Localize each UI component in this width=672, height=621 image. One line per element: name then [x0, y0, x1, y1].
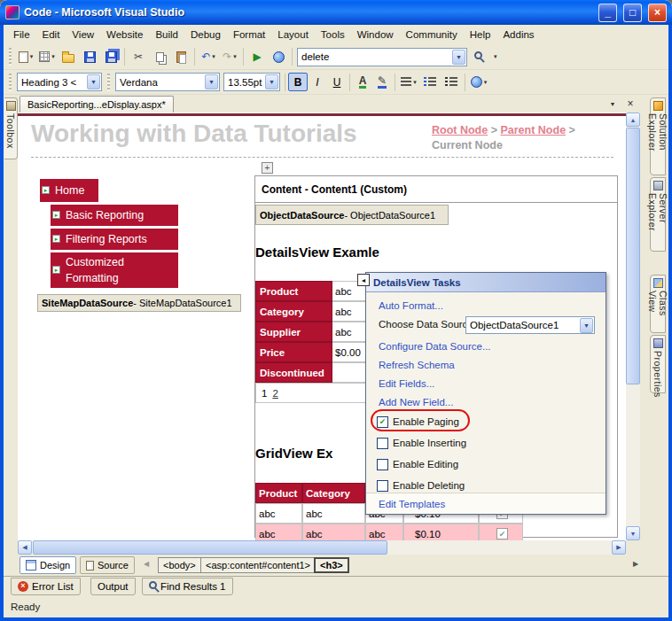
close-button[interactable]: × — [648, 4, 667, 22]
bold-button[interactable]: B — [288, 73, 308, 91]
toolbar-grip[interactable] — [9, 48, 12, 66]
italic-button[interactable]: I — [308, 73, 327, 91]
menu-layout[interactable]: Layout — [271, 27, 315, 43]
menu-view[interactable]: View — [66, 27, 100, 43]
tab-close-icon[interactable]: × — [624, 97, 637, 110]
css-style-button[interactable]: ▾ — [468, 72, 489, 93]
find-button[interactable] — [469, 46, 490, 67]
toolbar-overflow-icon[interactable]: ▾ — [494, 53, 497, 60]
combo-arrow-icon[interactable]: ▼ — [580, 318, 593, 333]
underline-button[interactable]: U — [327, 73, 347, 91]
properties-tab[interactable]: Properties — [650, 335, 666, 393]
tab-scroll-down-icon[interactable]: ▼ — [606, 97, 619, 110]
design-surface[interactable]: Working with Data Tutorials Root Node > … — [18, 113, 626, 540]
open-file-button[interactable] — [58, 46, 79, 67]
copy-button[interactable] — [149, 46, 170, 67]
combo-arrow-icon[interactable]: ▼ — [205, 74, 218, 89]
menu-tools[interactable]: Tools — [315, 27, 351, 43]
style-combo[interactable]: Heading 3 < ▼ — [17, 73, 102, 91]
paste-button[interactable] — [170, 46, 191, 67]
source-view-tab[interactable]: Source — [80, 556, 135, 574]
tasks-panel-header[interactable]: DetailsView Tasks — [366, 273, 606, 292]
edit-fields-link[interactable]: Edit Fields... — [379, 378, 434, 389]
sitemapdatasource-control[interactable]: SiteMapDataSource - SiteMapDataSource1 — [37, 294, 241, 312]
class-view-tab[interactable]: Class View — [650, 275, 666, 333]
nav-item-basic-reporting[interactable]: ▸ Basic Reporting — [51, 205, 178, 226]
redo-button[interactable]: ↷▾ — [219, 46, 240, 67]
nav-item-filtering-reports[interactable]: ▸ Filtering Reports — [51, 229, 178, 250]
tag-h3[interactable]: <h3> — [314, 557, 349, 573]
edit-templates-link[interactable]: Edit Templates — [379, 499, 445, 509]
font-color-button[interactable]: A — [353, 73, 372, 91]
design-view-tab[interactable]: Design — [20, 556, 76, 574]
search-combo[interactable]: ▼ — [297, 48, 467, 66]
error-list-tab[interactable]: Error List — [11, 578, 81, 595]
toolbar-grip[interactable] — [107, 74, 110, 91]
align-button[interactable]: ▾ — [398, 72, 419, 93]
auto-format-link[interactable]: Auto Format... — [379, 300, 443, 311]
combo-arrow-icon[interactable]: ▼ — [87, 74, 100, 89]
horizontal-scroll-thumb[interactable] — [33, 540, 387, 555]
scroll-down-icon[interactable]: ▼ — [626, 526, 640, 540]
refresh-schema-link[interactable]: Refresh Schema — [379, 360, 455, 370]
combo-arrow-icon[interactable]: ▼ — [265, 74, 278, 89]
tag-asp-content[interactable]: <asp:content#content1> — [200, 557, 316, 573]
menu-edit[interactable]: Edit — [36, 27, 66, 43]
tag-body[interactable]: <body> — [158, 557, 201, 573]
cut-button[interactable]: ✂ — [128, 46, 149, 67]
enable-editing-checkbox[interactable] — [377, 459, 388, 470]
combo-arrow-icon[interactable]: ▼ — [452, 50, 465, 65]
configure-data-source-link[interactable]: Configure Data Source... — [379, 341, 491, 352]
vertical-scrollbar[interactable]: ▲ ▼ — [626, 113, 640, 540]
menu-file[interactable]: File — [7, 27, 36, 43]
maximize-button[interactable]: □ — [623, 4, 642, 22]
size-combo[interactable]: 13.55pt ▼ — [223, 73, 280, 91]
save-button[interactable] — [79, 46, 100, 67]
smart-tag-button[interactable]: ◄ — [357, 274, 370, 286]
menu-format[interactable]: Format — [227, 27, 271, 43]
toolbar-grip[interactable] — [9, 74, 12, 91]
scroll-left-icon[interactable]: ◀ — [18, 540, 32, 555]
start-debug-button[interactable]: ▶ — [246, 46, 268, 67]
tag-nav-right-icon[interactable]: ▶ — [633, 560, 638, 568]
add-new-field-link[interactable]: Add New Field... — [379, 397, 453, 408]
menu-addins[interactable]: Addins — [496, 27, 540, 43]
objectdatasource-control[interactable]: ObjectDataSource - ObjectDataSource1 — [255, 205, 449, 225]
bullet-list-button[interactable] — [441, 72, 462, 93]
save-all-button[interactable] — [100, 46, 121, 67]
toolbox-tab[interactable]: Toolbox — [4, 97, 18, 159]
move-handle[interactable]: + — [262, 162, 273, 174]
menu-build[interactable]: Build — [149, 27, 184, 43]
menu-debug[interactable]: Debug — [184, 27, 227, 43]
menu-community[interactable]: Community — [400, 27, 464, 43]
browse-button[interactable] — [268, 46, 289, 67]
title-bar[interactable]: Code - Microsoft Visual Studio _ □ × — [0, 0, 672, 25]
solution-explorer-tab[interactable]: Solution Explorer — [650, 97, 666, 175]
output-tab[interactable]: Output — [90, 578, 136, 595]
enable-inserting-checkbox[interactable] — [377, 438, 388, 449]
breadcrumb-parent-link[interactable]: Parent Node — [500, 124, 566, 136]
menu-window[interactable]: Window — [351, 27, 400, 43]
font-combo[interactable]: Verdana ▼ — [115, 73, 220, 91]
new-file-button[interactable]: ▾ — [15, 46, 36, 67]
vertical-scroll-thumb[interactable] — [626, 128, 640, 384]
undo-button[interactable]: ↶▾ — [198, 46, 219, 67]
document-tab[interactable]: BasicReporting...eDisplay.aspx* — [20, 96, 174, 113]
minimize-button[interactable]: _ — [598, 4, 617, 22]
search-input[interactable] — [301, 51, 451, 62]
row-checkbox[interactable]: ✔ — [496, 528, 508, 539]
scroll-up-icon[interactable]: ▲ — [626, 113, 640, 127]
menu-website[interactable]: Website — [100, 27, 149, 43]
highlight-button[interactable]: ✎ — [372, 73, 392, 91]
breadcrumb-root-link[interactable]: Root Node — [432, 124, 488, 136]
nav-item-home[interactable]: ▸ Home — [40, 179, 98, 202]
add-item-button[interactable]: ▾ — [36, 46, 58, 67]
nav-item-customized-formatting[interactable]: ▸ Customized Formatting — [51, 252, 178, 288]
pager-page-2-link[interactable]: 2 — [272, 388, 277, 399]
horizontal-scrollbar[interactable]: ◀ ▶ — [18, 540, 626, 555]
scroll-right-icon[interactable]: ▶ — [612, 540, 626, 555]
pager-page-1[interactable]: 1 — [262, 388, 267, 399]
find-results-tab[interactable]: Find Results 1 — [142, 578, 233, 595]
numbered-list-button[interactable] — [419, 72, 441, 93]
data-source-select[interactable]: ObjectDataSource1 ▼ — [465, 316, 595, 334]
